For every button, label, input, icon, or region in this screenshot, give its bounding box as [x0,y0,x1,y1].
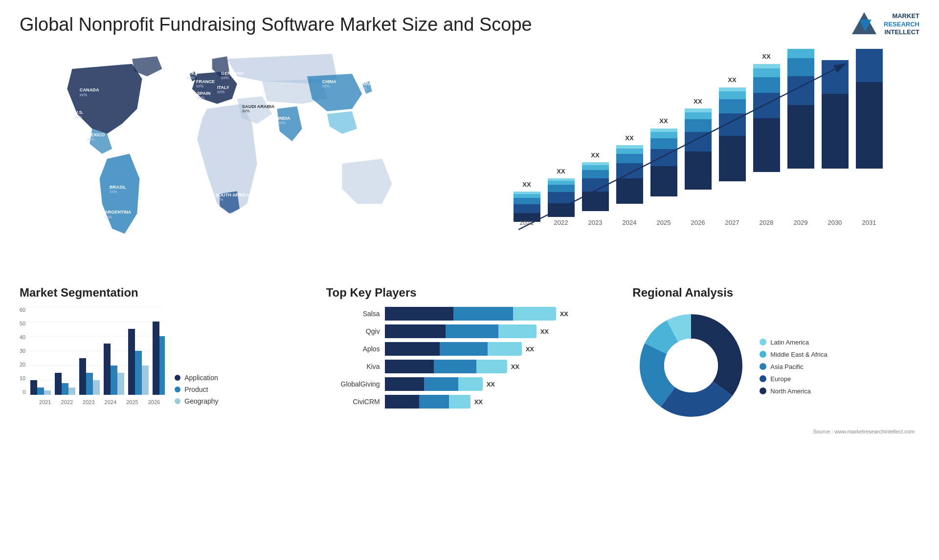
svg-text:XX: XX [693,98,702,105]
svg-text:2030: 2030 [828,219,842,226]
svg-rect-86 [787,76,814,105]
svg-rect-109 [68,388,75,395]
player-row-kiva: Kiva XX [326,360,613,373]
bar-2021-seg4 [514,194,540,198]
regional-legend: Latin America Middle East & Africa Asia … [760,339,827,395]
svg-text:xx%: xx% [105,215,112,219]
logo-text: MARKET RESEARCH INTELLECT [884,12,919,37]
svg-rect-39 [548,181,575,185]
player-row-qgiv: Qgiv XX [326,324,613,338]
svg-rect-87 [787,58,814,76]
svg-rect-45 [582,170,609,178]
svg-rect-44 [582,178,609,192]
donut-chart [632,307,750,426]
svg-text:XX: XX [625,134,634,142]
svg-text:U.S.: U.S. [75,110,84,115]
svg-rect-110 [79,358,86,395]
svg-rect-116 [128,329,135,395]
svg-rect-58 [650,149,677,166]
stacked-bar-svg: XX 2021 XX 2022 XX 2023 [479,49,915,254]
svg-rect-68 [685,108,712,112]
svg-text:2024: 2024 [623,219,637,226]
svg-rect-47 [582,162,609,165]
svg-text:xx%: xx% [216,197,223,202]
svg-rect-113 [104,344,111,395]
svg-text:2022: 2022 [554,219,568,226]
seg-bars-container [28,307,165,397]
svg-rect-82 [753,64,780,68]
svg-rect-112 [93,380,100,395]
svg-rect-106 [44,390,51,395]
svg-text:xx%: xx% [359,86,367,91]
seg-chart-area: 60 50 40 30 20 10 0 [20,307,307,405]
player-row-salsa: Salsa XX [326,307,613,321]
reg-dot-europe [760,375,766,382]
svg-rect-40 [548,178,575,181]
svg-text:2025: 2025 [657,219,671,226]
svg-rect-111 [86,373,93,395]
player-name-qgiv: Qgiv [326,327,380,335]
svg-rect-120 [159,336,165,395]
svg-rect-115 [117,373,124,395]
svg-rect-75 [719,87,746,91]
map-section: CANADA xx% U.S. xx% MEXICO xx% BRAZIL xx… [15,44,470,279]
svg-rect-88 [787,49,814,58]
svg-text:2021: 2021 [520,219,534,226]
players-section: Top Key Players Salsa XX Qgiv [321,283,618,550]
donut-area: Latin America Middle East & Africa Asia … [632,307,919,426]
svg-text:2028: 2028 [760,219,774,226]
seg-inner: 60 50 40 30 20 10 0 [20,307,165,397]
seg-legend: Application Product Geography [175,374,218,405]
legend-item-application: Application [175,374,218,382]
svg-rect-66 [685,119,712,132]
svg-text:xx%: xx% [221,76,228,80]
reg-dot-asia-pacific [760,363,766,370]
player-bar-civicrm: XX [385,395,613,409]
svg-text:XX: XX [762,53,771,60]
segmentation-title: Market Segmentation [20,286,307,300]
svg-text:XX: XX [728,76,737,84]
svg-rect-51 [616,163,643,178]
reg-legend-north-america: North America [760,388,827,395]
svg-text:XX: XX [557,168,565,175]
svg-rect-85 [787,105,814,169]
svg-rect-107 [55,373,62,395]
svg-text:xx%: xx% [217,90,224,94]
svg-rect-57 [650,166,677,196]
svg-text:xx%: xx% [278,121,286,125]
bar-2021-seg3 [514,198,540,204]
svg-rect-50 [616,178,643,204]
svg-rect-53 [616,149,643,154]
svg-rect-37 [548,192,575,203]
player-bar-kiva: XX [385,360,613,373]
donut-svg [632,307,750,424]
bar-2021-seg2 [514,204,540,213]
svg-text:SOUTH AFRICA: SOUTH AFRICA [216,193,249,197]
svg-text:SPAIN: SPAIN [197,91,211,96]
svg-text:2026: 2026 [691,219,705,226]
world-map: CANADA xx% U.S. xx% MEXICO xx% BRAZIL xx… [20,49,465,274]
legend-dot-geography [175,398,180,404]
svg-rect-71 [719,136,746,181]
seg-x-axis: 2021 2022 2023 2024 2025 2026 [20,399,165,405]
svg-text:2027: 2027 [725,219,739,226]
svg-text:xx%: xx% [75,115,82,120]
svg-text:SAUDI ARABIA: SAUDI ARABIA [242,104,275,109]
reg-legend-asia-pacific: Asia Pacific [760,363,827,370]
player-row-globalgiving: GlobalGiving XX [326,377,613,391]
player-bar-salsa: XX [385,307,613,321]
legend-dot-application [175,375,180,381]
svg-text:ITALY: ITALY [217,85,229,90]
svg-rect-73 [719,99,746,113]
svg-text:U.K.: U.K. [187,71,196,76]
svg-text:MEXICO: MEXICO [87,132,105,137]
svg-text:xx%: xx% [110,190,117,194]
svg-rect-80 [753,77,780,93]
svg-rect-65 [685,132,712,151]
chart-section: XX 2021 XX 2022 XX 2023 [470,44,924,279]
svg-text:ARGENTINA: ARGENTINA [105,210,132,215]
seg-chart-wrapper: 60 50 40 30 20 10 0 [20,307,165,405]
bar-chart: XX 2021 XX 2022 XX 2023 [479,49,915,254]
svg-rect-117 [135,351,142,395]
svg-rect-90 [822,94,849,169]
